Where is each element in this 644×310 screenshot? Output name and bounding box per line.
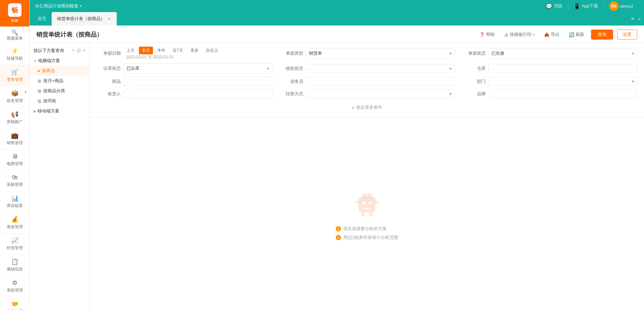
filter-warehouse-input[interactable]: ... [488,64,637,73]
scheme-panel-actions: + ⊙ « [72,47,86,54]
scheme-item-by-category-icon: ▦ [38,89,41,93]
export-button[interactable]: 📤 导出 [541,30,562,39]
search-menu-label: 搜索菜单 [7,36,23,41]
app-selector-title[interactable]: 办公用品行业模拟账套 [35,3,78,9]
message-action[interactable]: 💬 消息 [546,3,562,9]
tab-sales-stat[interactable]: 销货单统计表（按商品） ✕ [52,12,117,25]
filter-payment: 结算方式 ▾ [279,89,455,98]
filter-out-status: 出库状态 已出库 ▾ [97,63,272,73]
filter-date-label: 单据日期 [97,50,123,56]
refresh-button[interactable]: 🔄 刷新 [566,30,587,39]
logo-text: 畅 [11,6,18,15]
settings-button[interactable]: 设置 [617,30,637,40]
tab-expand-icon[interactable]: ✕ [631,16,635,21]
filter-receipt-status-label: 收款状态 [279,65,306,71]
filter-out-status-selected: 已出库 [126,65,140,71]
empty-state-tip-2: 2 用[过滤]条件来缩小分析范围 [336,235,398,241]
filter-doc-status-selected: 已生效 [491,50,504,56]
filter-doc-status-select[interactable]: 已生效 ▾ [488,48,637,58]
collapse-button[interactable]: ∧ 收起更多条件 [97,102,637,113]
sidebar-item-marketing[interactable]: 📢 营销推广 [0,107,29,128]
filter-brand-label: 品牌 [462,91,488,97]
filter-receipt-status-value: ... ▾ [306,64,455,73]
sidebar-item-wholesale[interactable]: 📦 批发管理 ▲ [0,86,29,107]
refresh-icon: 🔄 [569,32,574,37]
sidebar-item-retail-label: 零售管理 [7,77,23,83]
scheme-group-mobile-title[interactable]: ▶ 移动端方案 [30,106,90,116]
date-tab-last7[interactable]: 近7天 [170,47,186,54]
sidebar-item-coop[interactable]: 🤝 企业协同 [0,297,29,310]
app-download-action[interactable]: 📱 App下载 [574,3,598,9]
sidebar-item-sales-label: 销售管理 [7,140,23,146]
scheme-item-by-product[interactable]: ● 按商品 [30,66,90,76]
filter-date: 单据日期 上月 本月 本年 近7天 更多 自定义 20 [97,47,272,60]
scheme-item-by-category[interactable]: ▦ 按商品分类 [30,86,90,96]
sidebar-item-ecommerce[interactable]: 🖥 电商管理 [0,150,29,170]
svg-rect-8 [369,212,373,217]
tab-close-icon[interactable]: ✕ [108,16,111,21]
help-button[interactable]: ❓ 帮助 [477,30,497,39]
collapse-scheme-icon[interactable]: « [83,47,86,54]
sidebar-item-quicknav[interactable]: ⚡ 快捷导航 [0,44,29,65]
sidebar-item-system[interactable]: ⚙ 系统管理 [0,276,29,297]
sidebar-item-finance[interactable]: 💰 资金管理 [0,212,29,234]
filter-brand-input[interactable]: ... [488,89,637,98]
tab-fullscreen-icon[interactable]: ⤢ [637,16,641,21]
filter-payment-select[interactable]: ▾ [306,89,455,98]
query-button[interactable]: 查询 [591,30,613,40]
filter-product-input[interactable]: ... [123,77,272,86]
filter-section: 单据日期 上月 本月 本年 近7天 更多 自定义 20 [90,43,644,117]
print-label: 按模板打印 [510,32,532,38]
filter-warehouse-value: ... [488,64,637,73]
print-button[interactable]: 🖨 按模板打印 ▾ [501,30,537,39]
tab-bar-end: ✕ ⤢ [631,16,641,21]
edit-scheme-icon[interactable]: ⊙ [76,47,81,54]
filter-salesperson-input[interactable]: ... [306,77,455,86]
date-tab-this-year[interactable]: 本年 [154,47,168,54]
page-content: 销货单统计表（按商品） ❓ 帮助 🖨 按模板打印 ▾ 📤 导出 🔄 刷新 [30,25,644,310]
filter-payment-label: 结算方式 [279,91,306,97]
date-tab-custom[interactable]: 自定义 [203,47,221,54]
date-tab-this-month[interactable]: 本月 [139,47,153,54]
filter-doc-type-select[interactable]: 销货单 ▾ [306,48,455,58]
app-selector-dropdown-icon[interactable]: ▾ [80,4,82,8]
sidebar-item-sales[interactable]: 💼 销售管理 [0,128,29,150]
filter-doc-type-label: 单据类型 [279,50,306,56]
filter-salesperson-value: ... [306,77,455,86]
tip-text-2: 用[过滤]条件来缩小分析范围 [343,235,398,241]
sidebar-item-quicknav-label: 快捷导航 [7,56,23,61]
tab-home[interactable]: 首页 [32,12,52,25]
username: demo2 [620,4,633,9]
filter-warehouse-label: 仓库 [462,65,488,71]
filter-recipient-input[interactable]: ... [123,89,272,98]
print-dropdown-icon[interactable]: ▾ [533,33,535,37]
header-divider-1 [568,3,568,9]
filter-out-status-chevron: ▾ [267,66,269,71]
filter-department: 部门 ▾ [462,77,637,86]
user-action[interactable]: Ea demo2 [609,1,633,11]
scheme-item-by-month-product-label: 按月+商品 [43,78,63,84]
sidebar-item-purchase[interactable]: 🛍 采购管理 [0,170,29,191]
sidebar-item-inventory[interactable]: 📊 库存核算 [0,191,29,212]
svg-point-2 [362,201,365,205]
scheme-item-by-cashier[interactable]: ▦ 按司机 [30,96,90,106]
filter-department-select[interactable]: ▾ [488,77,637,86]
filter-table-area: 单据日期 上月 本月 本年 近7天 更多 自定义 20 [90,43,644,310]
sidebar-item-operation[interactable]: 📈 经营管理 [0,234,29,255]
scheme-group-desktop-title[interactable]: ▼ 电脑端方案 [30,56,90,66]
date-range[interactable]: 2023-03-01 至 2023-03-31 [126,54,272,60]
filter-out-status-value: 已出库 ▾ [123,63,272,73]
date-tab-more[interactable]: 更多 [187,47,202,54]
sidebar-item-retail[interactable]: 🛒 零售管理 [0,65,29,86]
filter-out-status-select[interactable]: 已出库 ▾ [123,63,272,73]
add-scheme-icon[interactable]: + [72,47,74,54]
sidebar-item-coop-label: 企业协同 [7,309,23,310]
filter-receipt-status-input[interactable]: ... ▾ [306,64,455,73]
date-tab-last-month[interactable]: 上月 [123,47,138,54]
svg-point-3 [369,201,372,205]
search-menu[interactable]: 🔍 搜索菜单 [0,27,29,44]
sidebar-item-basic[interactable]: 📋 基础信息 [0,255,29,276]
filter-brand-placeholder: ... [491,91,495,96]
scheme-item-by-month-product[interactable]: ▦ 按月+商品 [30,76,90,86]
filter-payment-chevron: ▾ [449,91,452,96]
